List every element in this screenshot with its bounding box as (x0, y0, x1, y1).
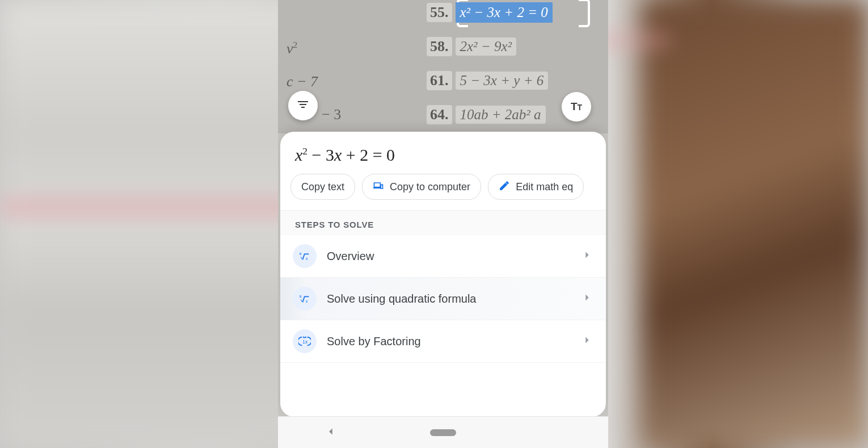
selected-equation: x² − 3x + 2 = 0 (456, 2, 553, 23)
root-icon: ax (293, 244, 317, 268)
home-pill[interactable] (430, 429, 456, 436)
results-sheet: x2 − 3x + 2 = 0 Copy text Copy to comput… (280, 132, 606, 417)
chevron-right-icon (581, 291, 593, 306)
recognized-equation: x2 − 3x + 2 = 0 (280, 144, 606, 174)
svg-text:x: x (306, 256, 308, 261)
devices-icon (373, 180, 384, 194)
svg-text:x: x (306, 299, 308, 304)
root-icon: ax (293, 287, 317, 311)
step-factoring[interactable]: 1x Solve by Factoring (280, 320, 606, 363)
chevron-right-icon (581, 334, 593, 349)
phone-frame: v2 c − 7 − 3 55. x² − 3x + 2 = 0 58. 2x²… (278, 0, 608, 448)
detected-equations: 55. x² − 3x + 2 = 0 58. 2x² − 9x² 61. 5 … (427, 1, 553, 137)
text-icon: TT (571, 101, 582, 113)
chip-label: Copy to computer (390, 181, 470, 193)
pencil-icon (499, 180, 510, 194)
chip-label: Edit math eq (516, 181, 573, 193)
step-label: Overview (327, 250, 581, 263)
detected-row-61[interactable]: 61. 5 − 3x + y + 6 (427, 69, 553, 92)
svg-text:a: a (300, 294, 302, 298)
detected-row-58[interactable]: 58. 2x² − 9x² (427, 35, 553, 58)
steps-section-title: STEPS TO SOLVE (280, 210, 606, 235)
detected-row-55[interactable]: 55. x² − 3x + 2 = 0 (427, 1, 553, 24)
filter-icon (296, 98, 310, 114)
edit-math-chip[interactable]: Edit math eq (488, 174, 584, 200)
camera-viewfinder: v2 c − 7 − 3 55. x² − 3x + 2 = 0 58. 2x²… (278, 0, 608, 133)
android-navbar (278, 416, 608, 448)
chip-label: Copy text (301, 181, 344, 193)
svg-text:a: a (300, 252, 302, 256)
factor-icon: 1x (293, 329, 317, 353)
page-background-text-left: v2 c − 7 − 3 (286, 40, 341, 139)
copy-to-computer-chip[interactable]: Copy to computer (362, 174, 481, 200)
step-label: Solve using quadratic formula (327, 292, 581, 305)
filter-button[interactable] (288, 91, 318, 120)
crop-handle-right[interactable] (579, 0, 590, 27)
text-mode-button[interactable]: TT (562, 92, 591, 122)
step-overview[interactable]: ax Overview (280, 235, 606, 278)
copy-text-chip[interactable]: Copy text (290, 174, 355, 200)
step-quadratic-formula[interactable]: ax Solve using quadratic formula (280, 278, 606, 320)
step-label: Solve by Factoring (327, 335, 581, 348)
detected-row-64[interactable]: 64. 10ab + 2ab² a (427, 103, 553, 126)
svg-text:1x: 1x (302, 340, 308, 345)
back-button[interactable] (325, 425, 337, 440)
action-chips: Copy text Copy to computer Edit math eq (280, 174, 606, 210)
chevron-right-icon (581, 249, 593, 263)
